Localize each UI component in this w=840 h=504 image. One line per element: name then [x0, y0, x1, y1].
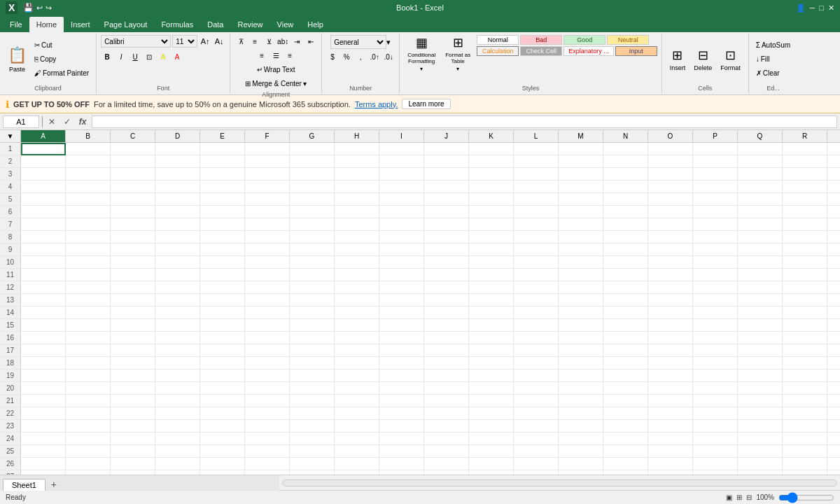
cell-K20[interactable]	[469, 382, 514, 395]
align-left-icon[interactable]: ≡	[255, 49, 268, 62]
cell-Q20[interactable]	[738, 382, 783, 395]
cell-O10[interactable]	[648, 256, 693, 269]
cell-E14[interactable]	[200, 307, 245, 319]
cell-G11[interactable]	[290, 269, 335, 281]
cell-P23[interactable]	[693, 420, 738, 433]
cell-E25[interactable]	[200, 445, 245, 458]
cell-L14[interactable]	[514, 307, 559, 319]
cell-B24[interactable]	[66, 433, 111, 445]
style-explanatory[interactable]: Explanatory ...	[564, 46, 614, 56]
style-neutral[interactable]: Neutral	[607, 35, 649, 45]
cell-E17[interactable]	[200, 344, 245, 357]
cell-P18[interactable]	[693, 357, 738, 370]
cell-A22[interactable]	[21, 407, 66, 420]
cell-J17[interactable]	[424, 344, 469, 357]
cell-K8[interactable]	[469, 231, 514, 244]
cell-G7[interactable]	[290, 218, 335, 231]
cell-B5[interactable]	[66, 193, 111, 206]
cell-O16[interactable]	[648, 332, 693, 344]
cell-N27[interactable]	[603, 470, 648, 475]
cell-R3[interactable]	[783, 168, 827, 181]
cell-S25[interactable]	[827, 445, 840, 458]
cell-R1[interactable]	[783, 143, 827, 155]
cell-I18[interactable]	[379, 357, 424, 370]
cell-F18[interactable]	[245, 357, 290, 370]
cell-B11[interactable]	[66, 269, 111, 281]
cell-M14[interactable]	[559, 307, 603, 319]
cell-S1[interactable]	[827, 143, 840, 155]
cell-H25[interactable]	[335, 445, 379, 458]
cell-C3[interactable]	[111, 168, 155, 181]
cell-C23[interactable]	[111, 420, 155, 433]
row-num-17[interactable]: 17	[0, 344, 21, 357]
cell-Q13[interactable]	[738, 294, 783, 307]
cell-E18[interactable]	[200, 357, 245, 370]
cell-J3[interactable]	[424, 168, 469, 181]
cell-B26[interactable]	[66, 458, 111, 470]
ribbon-tab-data[interactable]: Data	[200, 17, 230, 32]
cell-P10[interactable]	[693, 256, 738, 269]
cell-A5[interactable]	[21, 193, 66, 206]
cell-O5[interactable]	[648, 193, 693, 206]
paste-button[interactable]: 📋 Paste	[4, 41, 30, 78]
row-num-9[interactable]: 9	[0, 244, 21, 256]
cell-D18[interactable]	[155, 357, 200, 370]
ribbon-tab-page-layout[interactable]: Page Layout	[97, 17, 155, 32]
font-color-btn[interactable]: A	[171, 50, 183, 63]
cell-G5[interactable]	[290, 193, 335, 206]
row-num-8[interactable]: 8	[0, 231, 21, 244]
cell-S17[interactable]	[827, 344, 840, 357]
row-num-11[interactable]: 11	[0, 269, 21, 281]
cell-P15[interactable]	[693, 319, 738, 332]
cell-I7[interactable]	[379, 218, 424, 231]
cell-A1[interactable]	[21, 143, 66, 155]
cell-I22[interactable]	[379, 407, 424, 420]
cell-P20[interactable]	[693, 382, 738, 395]
cell-O4[interactable]	[648, 181, 693, 193]
cell-B7[interactable]	[66, 218, 111, 231]
cell-I23[interactable]	[379, 420, 424, 433]
cell-J20[interactable]	[424, 382, 469, 395]
cell-L11[interactable]	[514, 269, 559, 281]
cell-S24[interactable]	[827, 433, 840, 445]
cell-Q9[interactable]	[738, 244, 783, 256]
cell-K7[interactable]	[469, 218, 514, 231]
cell-B27[interactable]	[66, 470, 111, 475]
cell-Q19[interactable]	[738, 370, 783, 382]
cell-Q22[interactable]	[738, 407, 783, 420]
cell-L9[interactable]	[514, 244, 559, 256]
wrap-text-button[interactable]: ↵ Wrap Text	[254, 63, 298, 76]
row-num-19[interactable]: 19	[0, 370, 21, 382]
cell-J27[interactable]	[424, 470, 469, 475]
cell-R13[interactable]	[783, 294, 827, 307]
cell-S2[interactable]	[827, 155, 840, 168]
cell-I27[interactable]	[379, 470, 424, 475]
cell-L6[interactable]	[514, 206, 559, 218]
cell-O15[interactable]	[648, 319, 693, 332]
cell-A9[interactable]	[21, 244, 66, 256]
cell-S22[interactable]	[827, 407, 840, 420]
cell-L13[interactable]	[514, 294, 559, 307]
cell-Q17[interactable]	[738, 344, 783, 357]
row-num-7[interactable]: 7	[0, 218, 21, 231]
cell-L17[interactable]	[514, 344, 559, 357]
cell-E27[interactable]	[200, 470, 245, 475]
cell-M13[interactable]	[559, 294, 603, 307]
cell-C6[interactable]	[111, 206, 155, 218]
cell-S12[interactable]	[827, 281, 840, 294]
cell-N18[interactable]	[603, 357, 648, 370]
cell-G17[interactable]	[290, 344, 335, 357]
cell-P13[interactable]	[693, 294, 738, 307]
ribbon-tab-insert[interactable]: Insert	[64, 17, 97, 32]
cell-K10[interactable]	[469, 256, 514, 269]
merge-dropdown-icon[interactable]: ▾	[303, 80, 307, 88]
cell-K3[interactable]	[469, 168, 514, 181]
cell-H5[interactable]	[335, 193, 379, 206]
cell-O17[interactable]	[648, 344, 693, 357]
cell-E16[interactable]	[200, 332, 245, 344]
cell-A3[interactable]	[21, 168, 66, 181]
cell-F15[interactable]	[245, 319, 290, 332]
cell-K2[interactable]	[469, 155, 514, 168]
cell-S11[interactable]	[827, 269, 840, 281]
cell-N26[interactable]	[603, 458, 648, 470]
